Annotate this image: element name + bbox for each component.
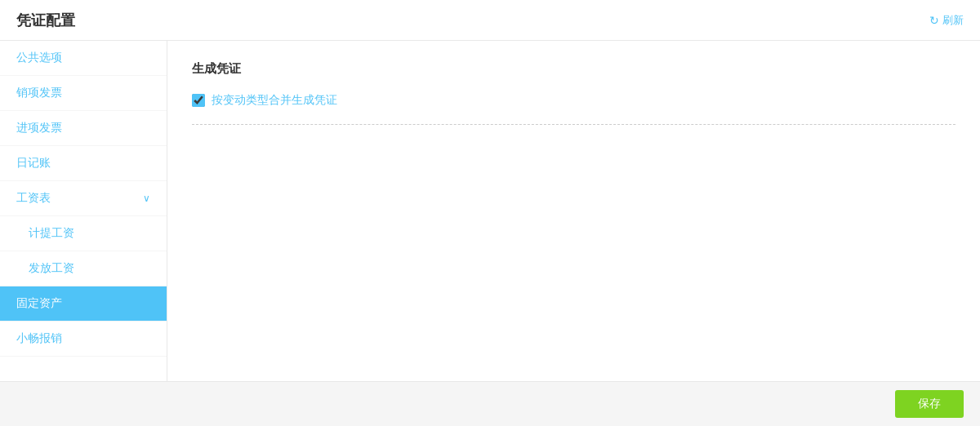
sidebar-label-public-options: 公共选项 [16, 51, 62, 65]
save-button[interactable]: 保存 [895, 390, 964, 418]
sidebar-label-sales-invoice: 销项发票 [16, 86, 62, 100]
content-panel: 生成凭证 按变动类型合并生成凭证 [167, 41, 980, 381]
main-content: 公共选项销项发票进项发票日记账工资表∨计提工资发放工资固定资产小畅报销 生成凭证… [0, 41, 980, 381]
sidebar-label-expense-claim: 小畅报销 [16, 331, 62, 346]
sidebar-item-pay-salary[interactable]: 发放工资 [0, 251, 167, 286]
content-inner: 生成凭证 按变动类型合并生成凭证 [167, 41, 980, 162]
sidebar-item-sales-invoice[interactable]: 销项发票 [0, 76, 167, 111]
merge-by-type-checkbox[interactable] [192, 94, 205, 107]
sidebar-label-pay-salary: 发放工资 [29, 261, 74, 276]
sidebar-item-calc-salary[interactable]: 计提工资 [0, 216, 167, 251]
checkbox-label[interactable]: 按变动类型合并生成凭证 [212, 93, 337, 108]
page-footer: 保存 [0, 381, 980, 426]
sidebar-item-fixed-assets[interactable]: 固定资产 [0, 286, 167, 322]
sidebar-label-fixed-assets: 固定资产 [16, 296, 62, 311]
checkbox-row: 按变动类型合并生成凭证 [192, 93, 956, 108]
sidebar-label-payroll-table: 工资表 [16, 191, 51, 206]
refresh-button[interactable]: ↻ 刷新 [929, 13, 964, 28]
sidebar-label-purchase-invoice: 进项发票 [16, 121, 62, 135]
sidebar-item-payroll-table[interactable]: 工资表∨ [0, 181, 167, 216]
page-header: 凭证配置 ↻ 刷新 [0, 0, 980, 41]
sidebar-item-purchase-invoice[interactable]: 进项发票 [0, 111, 167, 146]
sidebar: 公共选项销项发票进项发票日记账工资表∨计提工资发放工资固定资产小畅报销 [0, 41, 167, 381]
sidebar-label-calc-salary: 计提工资 [29, 226, 74, 241]
section-title: 生成凭证 [192, 61, 956, 77]
page-wrapper: 凭证配置 ↻ 刷新 公共选项销项发票进项发票日记账工资表∨计提工资发放工资固定资… [0, 0, 980, 426]
chevron-down-icon: ∨ [143, 193, 150, 204]
refresh-label: 刷新 [942, 13, 964, 28]
section-divider [192, 124, 956, 125]
sidebar-label-journal: 日记账 [16, 156, 51, 171]
sidebar-item-journal[interactable]: 日记账 [0, 146, 167, 181]
sidebar-item-public-options[interactable]: 公共选项 [0, 41, 167, 76]
sidebar-item-expense-claim[interactable]: 小畅报销 [0, 322, 167, 357]
refresh-icon: ↻ [929, 14, 939, 27]
page-title: 凭证配置 [16, 11, 75, 30]
